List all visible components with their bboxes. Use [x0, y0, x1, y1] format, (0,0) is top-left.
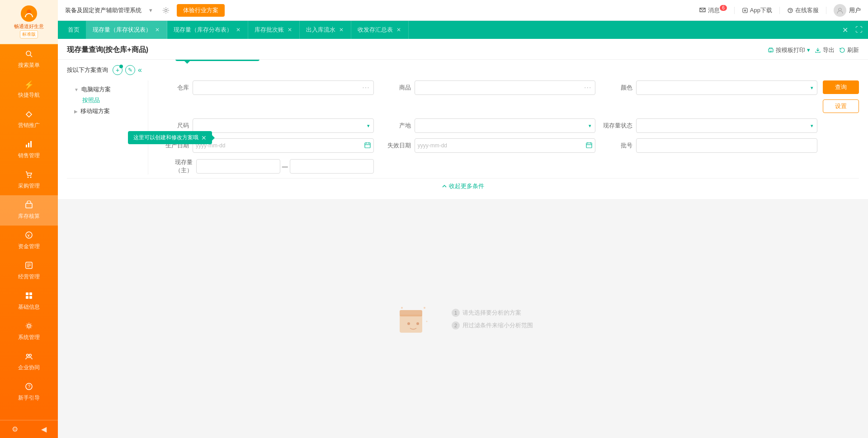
sidebar-item-enterprise[interactable]: 企业协同 [0, 347, 58, 377]
batch-input[interactable] [636, 138, 817, 153]
sidebar-item-guide[interactable]: ? 新手引导 [0, 377, 58, 407]
sidebar-item-search[interactable]: 搜索菜单 [0, 44, 58, 75]
sidebar-item-label: 搜索菜单 [18, 61, 40, 69]
svg-point-1 [26, 51, 31, 56]
sidebar-item-purchase[interactable]: 采购管理 [0, 165, 58, 195]
expire-date-from[interactable]: yyyy-mm-dd [415, 138, 596, 153]
tooltip2-close-btn[interactable]: ✕ [201, 134, 207, 141]
color-select[interactable]: ▾ [636, 80, 817, 95]
tab-close-btn[interactable]: ✕ [154, 26, 160, 34]
search-btn[interactable]: 查询 [823, 80, 859, 94]
export-btn-label: 导出 [823, 46, 835, 54]
sidebar-settings-btn[interactable]: ⚙ [12, 425, 18, 433]
calendar-icon2 [586, 142, 592, 150]
scheme-tree-panel: ▼ 电脑端方案 按照品 ▶ 移动端方案 [67, 80, 148, 174]
product-select[interactable]: ··· [415, 80, 596, 95]
origin-select[interactable]: ▾ [415, 118, 596, 133]
topbar-settings-btn[interactable] [160, 4, 172, 17]
search-menu-icon [25, 50, 33, 60]
scheme-edit-btn[interactable]: ✎ [125, 65, 135, 75]
app-download-btn[interactable]: App下载 [742, 6, 772, 14]
tooltip-scheme-hint: 电脑方案可设为移动方案哦 ✕ [175, 60, 259, 61]
color-select-arrow: ▾ [811, 85, 813, 91]
scheme-tree-pc[interactable]: ▼ 电脑端方案 [71, 84, 143, 95]
tab-close-all-btn[interactable]: ✕ [840, 24, 850, 36]
tab-inventory-dist[interactable]: 现存量（库存分布表） ✕ [167, 21, 248, 39]
filter-label: 按以下方案查询 [67, 66, 108, 74]
filter-field-origin: 产地 ▾ [379, 118, 596, 133]
sidebar-item-inventory[interactable]: 库存核算 [0, 195, 58, 226]
topbar-left: 装备及固定资产辅助管理系统 ▾ 体验行业方案 [65, 4, 225, 17]
sidebar-collapse-btn[interactable]: ◀ [41, 425, 47, 433]
svg-rect-5 [30, 141, 32, 147]
sidebar-item-quick-nav[interactable]: ⚡ 快捷导航 [0, 75, 58, 104]
sidebar-item-system[interactable]: 系统管理 [0, 316, 58, 347]
collapse-filter-btn[interactable]: 收起更多条件 [67, 178, 859, 194]
print-btn-label: 按模板打印 [776, 46, 805, 54]
svg-line-2 [30, 55, 32, 57]
sidebar-item-sales[interactable]: 销售管理 [0, 135, 58, 165]
collapse-filter-label: 收起更多条件 [449, 182, 484, 190]
tab-summary[interactable]: 收发存汇总表 ✕ [351, 21, 409, 39]
tab-inventory-status[interactable]: 现存量（库存状况表） ✕ [86, 21, 167, 39]
system-icon [25, 322, 33, 332]
svg-point-42 [424, 307, 425, 309]
reset-btn[interactable]: 设置 [823, 99, 859, 113]
system-dropdown-btn[interactable]: ▾ [146, 6, 155, 15]
tab-close-btn[interactable]: ✕ [338, 26, 344, 34]
scheme-tree-pc-child[interactable]: 按照品 [71, 95, 143, 106]
tab-home[interactable]: 首页 [61, 21, 86, 39]
prod-date-from[interactable]: yyyy-mm-dd [193, 138, 374, 153]
tab-fullscreen-btn[interactable]: ⛶ [854, 24, 864, 36]
stock-qty-from[interactable] [196, 159, 280, 174]
msg-btn[interactable]: 消息 6 [699, 6, 727, 14]
tab-close-btn[interactable]: ✕ [396, 26, 402, 34]
filter-buttons-col: 查询 设置 [823, 80, 859, 113]
sidebar-item-marketing[interactable]: 营销推广 [0, 104, 58, 135]
export-btn[interactable]: 导出 [815, 46, 835, 54]
industry-solution-btn[interactable]: 体验行业方案 [177, 4, 225, 17]
user-menu-btn[interactable]: 用户 [834, 4, 861, 17]
sidebar-item-label: 新手引导 [18, 394, 40, 402]
sidebar-item-finance[interactable]: ¥ 资金管理 [0, 226, 58, 256]
stock-qty-to[interactable] [290, 159, 374, 174]
scheme-add-btn[interactable]: + [113, 65, 123, 75]
tooltip-scheme-create-hint: 这里可以创建和修改方案哦 ✕ [128, 131, 212, 144]
scheme-tree-mobile[interactable]: ▶ 移动端方案 [71, 106, 143, 117]
tab-batch-account[interactable]: 库存批次账 ✕ [248, 21, 300, 39]
print-btn[interactable]: 按模板打印 ▾ [768, 46, 810, 54]
origin-label: 产地 [379, 122, 411, 130]
app-name: 畅通道好生意 [14, 23, 44, 29]
sidebar-item-basic-info[interactable]: 基础信息 [0, 286, 58, 316]
filter-top: 按以下方案查询 + ✎ « 电脑方案可设为移动方案哦 ✕ [67, 65, 859, 75]
tab-label: 收发存汇总表 [358, 26, 393, 34]
size-label: 尺码 [157, 122, 189, 130]
svg-point-6 [28, 177, 29, 178]
tab-close-btn[interactable]: ✕ [235, 26, 241, 34]
svg-rect-18 [29, 296, 32, 299]
tab-label: 首页 [68, 26, 80, 34]
filter-field-warehouse: 仓库 ··· [157, 80, 374, 95]
finance-icon: ¥ [25, 231, 33, 241]
sidebar-item-label: 销售管理 [18, 152, 40, 160]
svg-rect-29 [769, 49, 773, 52]
user-avatar [834, 4, 846, 17]
stock-qty-label: 现存量（主） [157, 158, 193, 174]
svg-rect-4 [28, 143, 29, 147]
tab-close-btn[interactable]: ✕ [287, 26, 293, 34]
system-name: 装备及固定资产辅助管理系统 [65, 6, 142, 14]
tab-label: 现存量（库存状况表） [93, 26, 151, 34]
online-support-btn[interactable]: 在线客服 [787, 6, 819, 14]
svg-point-41 [416, 322, 419, 325]
refresh-btn-label: 刷新 [847, 46, 859, 54]
tab-flow[interactable]: 出入库流水 ✕ [300, 21, 351, 39]
scheme-back-btn[interactable]: « [138, 66, 142, 74]
refresh-btn[interactable]: 刷新 [839, 46, 859, 54]
stock-status-select[interactable]: ▾ [636, 118, 817, 133]
sidebar-item-label: 企业协同 [18, 364, 40, 372]
sidebar-item-operations[interactable]: 经营管理 [0, 256, 58, 286]
hint-text-1: 请先选择要分析的方案 [462, 309, 521, 317]
svg-rect-15 [26, 292, 28, 295]
warehouse-select[interactable]: ··· [193, 80, 374, 95]
size-select[interactable]: ▾ [193, 118, 374, 133]
